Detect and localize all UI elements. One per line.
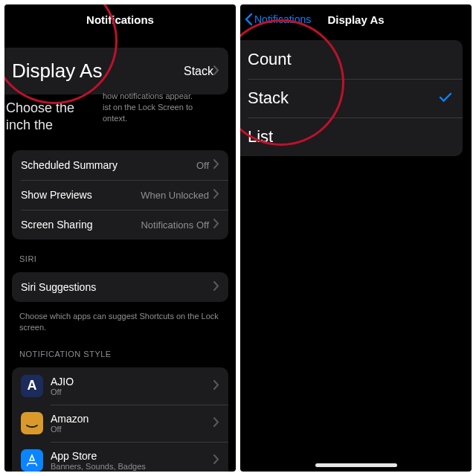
- option-list[interactable]: List: [240, 118, 463, 156]
- back-label: Notifications: [254, 13, 311, 25]
- row-scheduled-summary[interactable]: Scheduled Summary Off: [12, 150, 228, 180]
- navbar: Notifications Display As: [240, 4, 472, 34]
- chevron-right-icon: [213, 219, 219, 231]
- settings-group-apps: A AJIO Off Amazon Off: [12, 367, 228, 472]
- app-row-appstore[interactable]: App Store Banners, Sounds, Badges: [12, 442, 228, 472]
- option-stack[interactable]: Stack: [240, 79, 463, 118]
- app-row-amazon[interactable]: Amazon Off: [12, 405, 228, 442]
- siri-footer-note: Choose which apps can suggest Shortcuts …: [4, 308, 236, 341]
- settings-group-siri: Siri Suggestions: [12, 272, 228, 302]
- app-icon: [21, 449, 43, 472]
- partial-text-choose: Choose the inch the: [6, 100, 95, 135]
- navbar: Notifications: [4, 4, 236, 34]
- app-icon: A: [21, 375, 43, 397]
- section-header-siri: SIRI: [4, 245, 236, 266]
- content: Count Stack List: [240, 34, 472, 472]
- chevron-right-icon: [213, 454, 219, 467]
- row-show-previews[interactable]: Show Previews When Unlocked: [12, 180, 228, 210]
- app-row-ajio[interactable]: A AJIO Off: [12, 367, 228, 405]
- phone-notifications: Notifications Display As Stack how notif…: [4, 4, 236, 472]
- options-group: Count Stack List: [240, 40, 463, 156]
- display-as-label: Display As: [12, 60, 184, 83]
- app-icon: [21, 412, 43, 434]
- chevron-right-icon: [213, 159, 219, 171]
- display-as-row[interactable]: Display As Stack: [4, 48, 228, 94]
- page-title: Display As: [327, 13, 384, 26]
- section-header-style: NOTIFICATION STYLE: [4, 341, 236, 361]
- row-screen-sharing[interactable]: Screen Sharing Notifications Off: [12, 210, 228, 239]
- row-siri-suggestions[interactable]: Siri Suggestions: [12, 272, 228, 302]
- chevron-right-icon: [213, 416, 219, 430]
- content: Display As Stack how notifications appea…: [4, 34, 236, 472]
- display-as-value: Stack: [184, 65, 213, 78]
- phone-display-as: Notifications Display As Count Stack Lis…: [240, 4, 472, 472]
- home-indicator[interactable]: [315, 463, 397, 467]
- display-as-description: how notifications appear. ist on the Loc…: [103, 91, 224, 124]
- chevron-right-icon: [213, 189, 219, 201]
- page-title: Notifications: [86, 13, 154, 26]
- chevron-right-icon: [213, 379, 219, 393]
- chevron-right-icon: [213, 65, 219, 78]
- checkmark-icon: [439, 91, 452, 106]
- chevron-right-icon: [213, 281, 219, 293]
- settings-group-general: Scheduled Summary Off Show Previews When…: [12, 150, 228, 239]
- back-button[interactable]: Notifications: [245, 4, 311, 34]
- option-count[interactable]: Count: [240, 40, 463, 79]
- chevron-left-icon: [245, 13, 253, 26]
